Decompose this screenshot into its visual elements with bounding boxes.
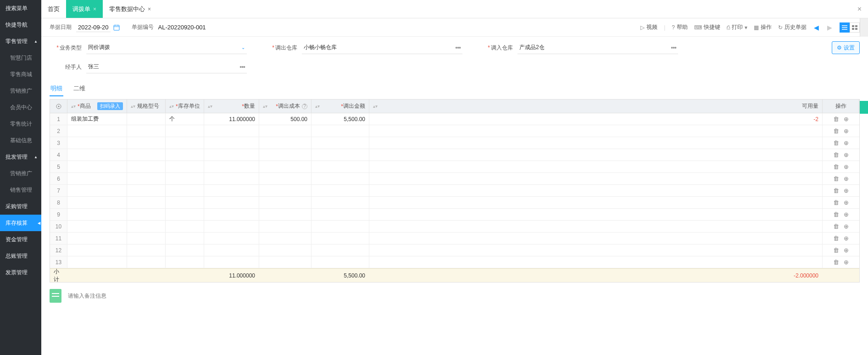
table-cell[interactable] bbox=[312, 185, 369, 196]
close-all-tabs-button[interactable]: × bbox=[851, 0, 868, 18]
delete-icon[interactable]: 🗑 bbox=[833, 259, 839, 266]
table-cell[interactable] bbox=[204, 209, 259, 220]
grid-settings-button[interactable] bbox=[50, 100, 67, 113]
table-cell[interactable] bbox=[127, 221, 166, 232]
table-cell[interactable] bbox=[259, 137, 312, 149]
table-cell[interactable] bbox=[67, 256, 127, 268]
table-cell[interactable]: 组装加工费 bbox=[67, 113, 127, 125]
notes-icon[interactable] bbox=[50, 289, 61, 303]
table-cell[interactable] bbox=[127, 113, 166, 125]
table-cell[interactable] bbox=[166, 173, 204, 184]
table-cell[interactable] bbox=[259, 185, 312, 196]
table-cell[interactable] bbox=[369, 209, 823, 220]
col-cost[interactable]: ▴▾*调出成本? bbox=[259, 100, 312, 113]
add-row-icon[interactable]: ⊕ bbox=[844, 223, 849, 230]
table-cell[interactable] bbox=[67, 233, 127, 244]
table-cell[interactable] bbox=[67, 137, 127, 149]
table-cell[interactable] bbox=[204, 137, 259, 149]
sidebar-item[interactable]: 快捷导航 bbox=[0, 17, 41, 33]
table-cell[interactable] bbox=[259, 173, 312, 184]
table-cell[interactable]: 5 bbox=[50, 161, 67, 172]
table-cell[interactable]: -2 bbox=[369, 113, 823, 125]
table-cell[interactable] bbox=[166, 233, 204, 244]
table-cell[interactable] bbox=[204, 244, 259, 256]
right-rail-handle[interactable] bbox=[860, 18, 868, 37]
table-cell[interactable] bbox=[127, 256, 166, 268]
add-row-icon[interactable]: ⊕ bbox=[844, 139, 849, 146]
table-cell[interactable] bbox=[166, 161, 204, 172]
info-icon[interactable]: ? bbox=[302, 104, 307, 109]
table-cell[interactable] bbox=[369, 125, 823, 137]
col-amount[interactable]: ▴▾*调出金额 bbox=[312, 100, 369, 113]
table-cell[interactable] bbox=[259, 149, 312, 161]
add-row-icon[interactable]: ⊕ bbox=[844, 151, 849, 158]
table-cell[interactable] bbox=[259, 244, 312, 256]
tab[interactable]: 调拨单× bbox=[66, 0, 103, 18]
sidebar-item[interactable]: 发票管理 bbox=[0, 264, 41, 281]
table-cell[interactable] bbox=[127, 137, 166, 149]
prev-doc-button[interactable]: ◀ bbox=[813, 24, 820, 31]
table-cell[interactable] bbox=[369, 197, 823, 208]
delete-icon[interactable]: 🗑 bbox=[833, 128, 839, 134]
sidebar-item[interactable]: 批发管理▲ bbox=[0, 149, 41, 165]
table-cell[interactable]: 4 bbox=[50, 149, 67, 161]
next-doc-button[interactable]: ▶ bbox=[826, 24, 833, 31]
subtab[interactable]: 二维 bbox=[72, 82, 86, 96]
table-cell[interactable] bbox=[166, 197, 204, 208]
table-cell[interactable] bbox=[127, 125, 166, 137]
table-cell[interactable]: 12 bbox=[50, 244, 67, 256]
table-cell[interactable] bbox=[67, 161, 127, 172]
add-row-icon[interactable]: ⊕ bbox=[844, 116, 849, 122]
sidebar-item[interactable]: 会员中心 bbox=[0, 99, 41, 116]
table-cell[interactable] bbox=[204, 125, 259, 137]
table-cell[interactable] bbox=[204, 233, 259, 244]
sidebar-item[interactable]: 零售管理▲ bbox=[0, 33, 41, 50]
table-cell[interactable] bbox=[259, 233, 312, 244]
sidebar-item[interactable]: 采购管理 bbox=[0, 198, 41, 215]
table-cell[interactable] bbox=[369, 233, 823, 244]
delete-icon[interactable]: 🗑 bbox=[833, 151, 839, 158]
table-cell[interactable] bbox=[67, 197, 127, 208]
sidebar-item[interactable]: 营销推广 bbox=[0, 165, 41, 182]
delete-icon[interactable]: 🗑 bbox=[833, 199, 839, 206]
table-cell[interactable] bbox=[312, 161, 369, 172]
table-cell[interactable] bbox=[312, 256, 369, 268]
add-row-icon[interactable]: ⊕ bbox=[844, 235, 849, 242]
table-cell[interactable]: 1 bbox=[50, 113, 67, 125]
add-row-icon[interactable]: ⊕ bbox=[844, 187, 849, 194]
delete-icon[interactable]: 🗑 bbox=[833, 175, 839, 182]
sidebar-item[interactable]: 智慧门店 bbox=[0, 50, 41, 66]
table-cell[interactable] bbox=[166, 185, 204, 196]
subtab[interactable]: 明细 bbox=[50, 82, 63, 96]
scan-badge[interactable]: 扫码录入 bbox=[97, 102, 123, 110]
sidebar-item[interactable]: 总账管理 bbox=[0, 248, 41, 264]
table-cell[interactable]: 6 bbox=[50, 173, 67, 184]
remarks-input[interactable] bbox=[68, 293, 860, 299]
print-button[interactable]: ⎙打印▾ bbox=[727, 23, 747, 31]
table-cell[interactable] bbox=[166, 244, 204, 256]
table-cell[interactable] bbox=[127, 185, 166, 196]
handler-input[interactable]: 张三••• bbox=[86, 61, 247, 73]
table-cell[interactable] bbox=[259, 197, 312, 208]
table-cell[interactable] bbox=[259, 221, 312, 232]
table-cell[interactable] bbox=[369, 185, 823, 196]
table-cell[interactable]: 个 bbox=[166, 113, 204, 125]
table-cell[interactable] bbox=[369, 173, 823, 184]
table-cell[interactable]: 500.00 bbox=[259, 113, 312, 125]
table-cell[interactable] bbox=[312, 125, 369, 137]
table-cell[interactable]: 5,500.00 bbox=[312, 113, 369, 125]
table-cell[interactable] bbox=[67, 221, 127, 232]
table-cell[interactable] bbox=[312, 244, 369, 256]
table-cell[interactable] bbox=[312, 233, 369, 244]
table-cell[interactable] bbox=[369, 161, 823, 172]
table-cell[interactable] bbox=[204, 185, 259, 196]
col-qty[interactable]: ▴▾*数量 bbox=[204, 100, 259, 113]
delete-icon[interactable]: 🗑 bbox=[833, 163, 839, 170]
table-cell[interactable]: 11.000000 bbox=[204, 113, 259, 125]
table-cell[interactable] bbox=[312, 221, 369, 232]
table-cell[interactable] bbox=[369, 149, 823, 161]
add-row-icon[interactable]: ⊕ bbox=[844, 259, 849, 266]
table-cell[interactable] bbox=[204, 197, 259, 208]
table-cell[interactable] bbox=[127, 197, 166, 208]
tab[interactable]: 零售数据中心× bbox=[103, 0, 157, 18]
